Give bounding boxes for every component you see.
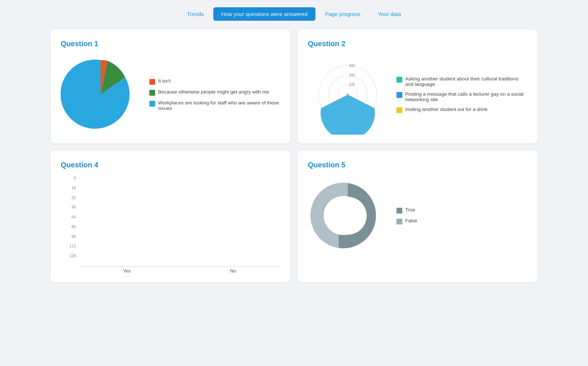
q2-chart-area: 300 200 100 [308, 55, 527, 135]
q2-legend-color-2 [396, 107, 402, 113]
tab-page-progress[interactable]: Page progress [317, 7, 368, 21]
q4-title: Question 4 [61, 161, 280, 169]
q2-sector-teal [348, 94, 349, 95]
q5-legend-item-0: True [396, 207, 417, 214]
q4-label-yes: Yes [80, 268, 174, 274]
q5-legend-color-0 [396, 208, 402, 214]
q2-title: Question 2 [308, 40, 527, 48]
question-1-card: Question 1 [51, 29, 290, 143]
q2-sector-yellow [346, 93, 348, 95]
q5-legend-label-0: True [405, 207, 415, 212]
q1-legend-color-0 [149, 79, 155, 85]
tab-your-data[interactable]: Your data [370, 7, 409, 21]
q2-legend-item-2: Inviting another student out for a drink [396, 107, 527, 113]
q2-ring-label-300: 300 [349, 64, 355, 68]
q1-legend-item-0: It isn't [149, 78, 280, 85]
q4-bars-container [80, 176, 280, 267]
navigation: Trends How your questions were answered … [0, 0, 588, 29]
q1-legend-label-0: It isn't [158, 78, 171, 84]
q2-ring-label-200: 200 [349, 73, 355, 77]
question-4-card: Question 4 128 112 96 80 64 48 32 16 0 [51, 151, 290, 282]
dashboard: Question 1 [43, 29, 545, 290]
q1-chart-area: It isn't Because otherwise people might … [61, 55, 280, 135]
q1-pie-chart [61, 55, 141, 135]
q1-legend-color-1 [149, 90, 155, 96]
q5-legend-label-1: False [405, 218, 417, 223]
q5-donut-svg [308, 176, 388, 256]
q5-legend-color-1 [396, 219, 402, 224]
q5-title: Question 5 [308, 161, 527, 169]
q1-title: Question 1 [61, 40, 280, 48]
question-5-card: Question 5 [298, 151, 537, 282]
q2-ring-label-100: 100 [349, 83, 355, 87]
q2-legend-color-1 [396, 92, 402, 98]
q4-label-no: No [186, 268, 280, 274]
q5-chart-area: True False [308, 176, 527, 256]
q1-legend-color-2 [149, 101, 155, 107]
q4-bar-labels: Yes No [61, 268, 280, 274]
q4-y-axis: 128 112 96 80 64 48 32 16 0 [61, 176, 78, 258]
q1-legend-label-1: Because otherwise people might get angry… [158, 89, 269, 95]
q2-legend-item-0: Asking another student about their cultu… [396, 76, 527, 87]
q2-legend-label-1: Posting a message that calls a lecturer … [405, 91, 527, 102]
tab-trends[interactable]: Trends [179, 7, 212, 21]
q1-legend-item-2: Workplaces are looking for staff who are… [149, 100, 280, 111]
q2-legend: Asking another student about their cultu… [396, 76, 527, 113]
q4-chart-area: 128 112 96 80 64 48 32 16 0 [61, 176, 280, 274]
tab-how-answered[interactable]: How your questions were answered [213, 7, 316, 21]
q2-legend-color-0 [396, 77, 402, 83]
q5-legend: True False [396, 207, 417, 224]
q2-legend-label-2: Inviting another student out for a drink [405, 107, 488, 112]
q2-polar-svg: 300 200 100 [308, 55, 388, 135]
question-2-card: Question 2 300 200 100 [298, 29, 537, 143]
q1-legend: It isn't Because otherwise people might … [149, 78, 280, 111]
q5-donut-hole [329, 197, 367, 235]
q2-sector-blue [321, 95, 375, 135]
q2-legend-item-1: Posting a message that calls a lecturer … [396, 91, 527, 102]
q5-legend-item-1: False [396, 218, 417, 224]
q2-legend-label-0: Asking another student about their cultu… [405, 76, 527, 87]
q5-donut-chart [308, 176, 388, 256]
q1-pie-svg [61, 55, 141, 135]
q1-legend-item-1: Because otherwise people might get angry… [149, 89, 280, 96]
q2-polar-chart: 300 200 100 [308, 55, 388, 135]
q1-legend-label-2: Workplaces are looking for staff who are… [158, 100, 280, 111]
q4-bar-chart-wrapper: 128 112 96 80 64 48 32 16 0 [61, 176, 280, 267]
